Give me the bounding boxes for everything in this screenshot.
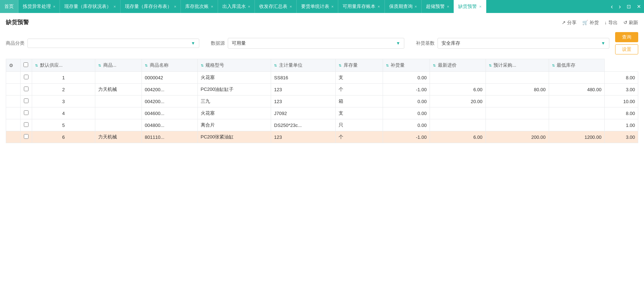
row-checkbox[interactable] [24,75,29,79]
row-supplier [95,119,142,131]
row-gear-cell[interactable] [6,84,21,96]
tab-prev-button[interactable] [608,0,616,13]
tab-available-ledger[interactable]: 可用量库存账本 × [338,0,384,13]
row-gear-cell[interactable] [6,119,21,131]
sort-icon: ⇅ [145,63,148,67]
col-header-est-purchase[interactable]: ⇅ 预计采购... [486,59,549,72]
row-num: 4 [32,107,95,119]
row-supplier [95,107,142,119]
tab-demand-stats-close[interactable]: × [331,4,334,9]
col-header-latest-price[interactable]: ⇅ 最新进价 [430,59,486,72]
row-gear-cell[interactable] [6,96,21,107]
select-all-checkbox[interactable] [23,62,28,67]
row-checkbox-cell[interactable] [21,84,32,96]
row-checkbox-cell[interactable] [21,131,32,143]
replenish-select[interactable]: 安全库存 ▼ [438,38,609,49]
tab-inventory-dist-close[interactable]: × [174,4,176,9]
category-select[interactable]: ▼ [27,39,199,48]
tab-overstock-warning-close[interactable]: × [447,4,449,9]
tab-window-button[interactable] [624,0,634,13]
datasource-select[interactable]: 可用量 ▼ [228,38,404,49]
tab-batch-account-close[interactable]: × [211,4,213,9]
tab-expiry-query-close[interactable]: × [415,4,417,9]
tab-receipt-summary[interactable]: 收发存汇总表 × [255,0,296,13]
row-replenish: 20.00 [430,96,486,107]
tab-overstock-warning[interactable]: 超储预警 × [422,0,454,13]
tab-shortage-warning-close[interactable]: × [479,4,481,9]
tab-inout-flow-close[interactable]: × [248,4,250,9]
tab-available-ledger-close[interactable]: × [378,4,380,9]
tab-exception-close[interactable]: × [53,4,55,9]
col-header-code[interactable]: ⇅ 商品... [95,59,142,72]
tab-home[interactable]: 首页 [0,0,18,13]
close-all-icon [637,4,641,9]
row-stock: 0.00 [383,72,430,84]
row-unit: 箱 [336,96,383,107]
restock-action[interactable]: 🛒 补货 [582,19,599,26]
row-checkbox-cell[interactable] [21,96,32,107]
row-num: 1 [32,72,95,84]
chevron-left-icon [611,3,613,10]
row-min-stock: 10.00 [605,96,638,107]
row-supplier: 力天机械 [95,131,142,143]
row-spec: 123 [271,84,336,96]
table-row: 4 004600... 火花塞 J7092 支 0.00 8.00 [6,107,638,119]
row-stock: 0.00 [383,96,430,107]
tab-demand-stats[interactable]: 要货单统计表 × [297,0,338,13]
row-min-stock: 8.00 [605,72,638,84]
tab-bar: 首页 拣货异常处理 × 现存量（库存状况表） × 现存量（库存分布表） × 库存… [0,0,644,13]
tab-next-button[interactable] [616,0,624,13]
tab-close-all-button[interactable] [634,0,644,13]
row-checkbox-cell[interactable] [21,72,32,84]
row-checkbox[interactable] [24,110,29,115]
col-header-gear[interactable] [6,59,21,72]
tab-shortage-warning[interactable]: 缺货预警 × [454,0,486,13]
tab-expiry-query[interactable]: 保质期查询 × [385,0,422,13]
refresh-action[interactable]: 刷新 [623,19,638,26]
col-header-stock[interactable]: ⇅ 库存量 [336,59,383,72]
col-header-supplier[interactable]: ⇅ 默认供应... [32,59,95,72]
sort-icon: ⇅ [489,63,492,67]
row-checkbox[interactable] [24,134,29,139]
tab-receipt-summary-close[interactable]: × [290,4,292,9]
col-header-replenish[interactable]: ⇅ 补货量 [383,59,430,72]
tab-inventory-status-close[interactable]: × [113,4,116,9]
row-checkbox-cell[interactable] [21,107,32,119]
settings-button[interactable]: 设置 [615,44,638,54]
row-checkbox[interactable] [24,87,29,91]
tab-batch-account[interactable]: 库存批次账 × [181,0,218,13]
row-code: 0000042 [142,72,198,84]
col-header-spec[interactable]: ⇅ 规格型号 [197,59,271,72]
col-header-unit[interactable]: ⇅ 主计量单位 [271,59,336,72]
filter-actions: 查询 设置 [615,32,638,54]
col-header-min-stock[interactable]: ⇅ 最低库存 [549,59,605,72]
col-header-name[interactable]: ⇅ 商品名称 [142,59,198,72]
row-latest-price [486,72,549,84]
table-header-row: ⇅ 默认供应... ⇅ 商品... ⇅ 商品名称 ⇅ 规格型号 ⇅ 主计量单 [6,59,638,72]
sort-icon: ⇅ [274,63,277,67]
query-button[interactable]: 查询 [615,32,638,42]
row-checkbox[interactable] [24,98,29,103]
row-gear-cell[interactable] [6,131,21,143]
row-checkbox-cell[interactable] [21,119,32,131]
row-est-purchase: 1200.00 [549,131,605,143]
row-checkbox[interactable] [24,122,29,127]
export-action[interactable]: 导出 [605,19,618,26]
share-action[interactable]: 分享 [562,19,576,26]
tab-inout-flow[interactable]: 出入库流水 × [218,0,255,13]
row-stock: 0.00 [383,119,430,131]
row-stock: -1.00 [383,131,430,143]
row-num: 2 [32,84,95,96]
row-gear-cell[interactable] [6,72,21,84]
row-est-purchase [549,107,605,119]
tab-inventory-dist[interactable]: 现存量（库存分布表） × [121,0,181,13]
tab-exception[interactable]: 拣货异常处理 × [18,0,60,13]
tab-nav-buttons [608,0,644,13]
row-gear-cell[interactable] [6,107,21,119]
row-est-purchase [549,72,605,84]
replenish-filter-group: 补货基数 安全库存 ▼ [416,38,609,49]
row-min-stock: 8.00 [605,107,638,119]
tab-inventory-status[interactable]: 现存量（库存状况表） × [60,0,120,13]
row-name: 火花塞 [197,107,271,119]
row-stock: 0.00 [383,107,430,119]
